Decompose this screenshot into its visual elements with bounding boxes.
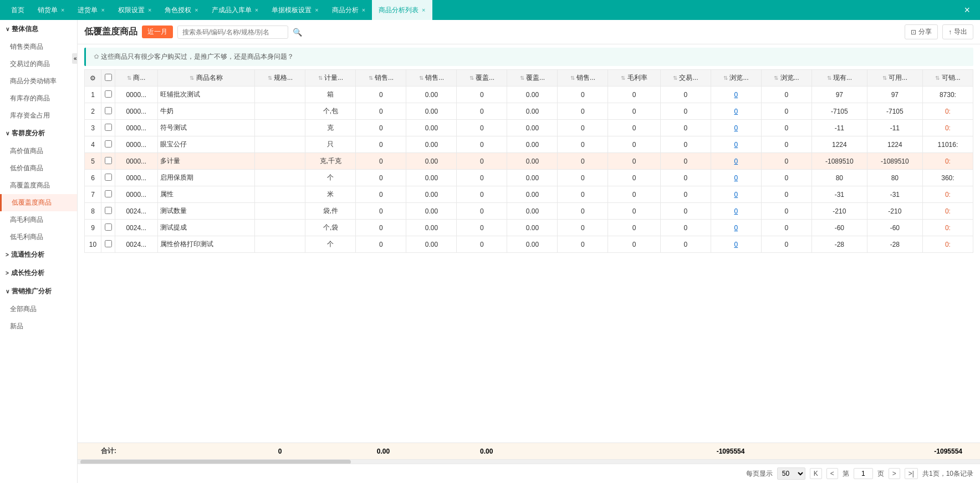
row-browse1[interactable]: 0 bbox=[711, 87, 761, 103]
nav-role-auth[interactable]: 角色授权 × bbox=[158, 0, 205, 20]
row-name[interactable]: 牛奶 bbox=[157, 103, 255, 120]
row-select-checkbox[interactable] bbox=[105, 107, 112, 114]
per-page-select[interactable]: 50 10 20 100 bbox=[777, 467, 805, 480]
close-icon[interactable]: × bbox=[362, 7, 365, 13]
close-icon[interactable]: × bbox=[255, 7, 258, 13]
row-name[interactable]: 多计量 bbox=[157, 153, 255, 170]
export-button[interactable]: ↑ 导出 bbox=[942, 24, 973, 39]
sidebar-item-high-value[interactable]: 高价值商品 bbox=[0, 143, 77, 160]
gross-column-header[interactable]: ⇅ 毛利率 bbox=[608, 70, 660, 87]
row-checkbox[interactable] bbox=[101, 203, 115, 220]
row-browse1[interactable]: 0 bbox=[711, 203, 761, 220]
close-icon[interactable]: × bbox=[61, 7, 64, 13]
last-page-button[interactable]: >| bbox=[905, 468, 918, 479]
row-name[interactable]: 测试提成 bbox=[157, 220, 255, 236]
sales2-column-header[interactable]: ⇅ 销售... bbox=[406, 70, 457, 87]
row-browse1[interactable]: 0 bbox=[711, 220, 761, 236]
close-icon[interactable]: × bbox=[148, 7, 151, 13]
sidebar-section-marketing[interactable]: ∨ 营销推广分析 bbox=[0, 282, 77, 301]
browse1-column-header[interactable]: ⇅ 浏览... bbox=[711, 70, 761, 87]
row-checkbox[interactable] bbox=[101, 120, 115, 136]
close-icon[interactable]: × bbox=[422, 7, 425, 13]
sidebar-item-low-margin[interactable]: 低毛利商品 bbox=[0, 228, 77, 246]
cover2-column-header[interactable]: ⇅ 覆盖... bbox=[507, 70, 558, 87]
row-browse1[interactable]: 0 bbox=[711, 136, 761, 153]
horizontal-scrollbar[interactable] bbox=[78, 459, 980, 464]
code-column-header[interactable]: ⇅ 商... bbox=[115, 70, 158, 87]
row-name[interactable]: 符号测试 bbox=[157, 120, 255, 136]
close-icon[interactable]: × bbox=[315, 7, 318, 13]
sidebar-collapse-button[interactable]: « bbox=[72, 53, 78, 64]
nav-home[interactable]: 首页 bbox=[4, 0, 31, 20]
unit-column-header[interactable]: ⇅ 计量... bbox=[305, 70, 356, 87]
name-column-header[interactable]: ⇅ 商品名称 bbox=[157, 70, 255, 87]
saleable-column-header[interactable]: ⇅ 可销... bbox=[922, 70, 973, 87]
table-wrapper[interactable]: ⚙ ⇅ 商... ⇅ 商品名称 ⇅ 规格... ⇅ 计量... ⇅ 销售... … bbox=[78, 69, 980, 443]
row-name[interactable]: 属性 bbox=[157, 186, 255, 203]
sidebar-section-customer-analysis[interactable]: ∨ 客群度分析 bbox=[0, 124, 77, 143]
stock2-column-header[interactable]: ⇅ 可用... bbox=[867, 70, 922, 87]
row-select-checkbox[interactable] bbox=[105, 240, 112, 247]
row-select-checkbox[interactable] bbox=[105, 207, 112, 214]
sidebar-item-low-value[interactable]: 低价值商品 bbox=[0, 160, 77, 177]
first-page-button[interactable]: K bbox=[810, 468, 822, 479]
sidebar-item-sales-goods[interactable]: 销售类商品 bbox=[0, 38, 77, 55]
nav-product-analysis[interactable]: 商品分析 × bbox=[325, 0, 372, 20]
row-checkbox[interactable] bbox=[101, 186, 115, 203]
stock1-column-header[interactable]: ⇅ 现有... bbox=[811, 70, 867, 87]
nav-template-settings[interactable]: 单据模板设置 × bbox=[265, 0, 325, 20]
search-button[interactable]: 🔍 bbox=[293, 28, 302, 37]
row-checkbox[interactable] bbox=[101, 236, 115, 253]
nav-finished-goods[interactable]: 产成品入库单 × bbox=[205, 0, 265, 20]
nav-sales-order[interactable]: 销货单 × bbox=[31, 0, 71, 20]
page-number-input[interactable] bbox=[854, 468, 873, 479]
row-select-checkbox[interactable] bbox=[105, 124, 112, 131]
browse2-column-header[interactable]: ⇅ 浏览... bbox=[761, 70, 811, 87]
row-browse1[interactable]: 0 bbox=[711, 186, 761, 203]
row-checkbox[interactable] bbox=[101, 153, 115, 170]
row-browse1[interactable]: 0 bbox=[711, 236, 761, 253]
row-select-checkbox[interactable] bbox=[105, 140, 112, 148]
row-select-checkbox[interactable] bbox=[105, 223, 112, 231]
row-select-checkbox[interactable] bbox=[105, 90, 112, 98]
sidebar-item-new-goods[interactable]: 新品 bbox=[0, 318, 77, 335]
sidebar-item-traded-goods[interactable]: 交易过的商品 bbox=[0, 55, 77, 73]
row-name[interactable]: 旺辅批次测试 bbox=[157, 87, 255, 103]
row-checkbox[interactable] bbox=[101, 220, 115, 236]
next-page-button[interactable]: > bbox=[889, 468, 900, 479]
sales3-column-header[interactable]: ⇅ 销售... bbox=[558, 70, 608, 87]
sidebar-item-inventory-funds[interactable]: 库存资金占用 bbox=[0, 107, 77, 124]
select-all-checkbox[interactable] bbox=[105, 74, 112, 81]
close-icon[interactable]: × bbox=[101, 7, 104, 13]
row-browse1[interactable]: 0 bbox=[711, 103, 761, 120]
prev-page-button[interactable]: < bbox=[826, 468, 838, 479]
sidebar-section-growth[interactable]: > 成长性分析 bbox=[0, 264, 77, 282]
period-button[interactable]: 近一月 bbox=[142, 26, 173, 38]
close-icon[interactable]: × bbox=[195, 7, 198, 13]
search-input[interactable] bbox=[177, 26, 288, 39]
sidebar-item-high-coverage[interactable]: 高覆盖度商品 bbox=[0, 177, 77, 194]
row-checkbox[interactable] bbox=[101, 87, 115, 103]
row-browse1[interactable]: 0 bbox=[711, 120, 761, 136]
sidebar-item-all-goods[interactable]: 全部商品 bbox=[0, 301, 77, 318]
sidebar-item-category-rate[interactable]: 商品分类动销率 bbox=[0, 73, 77, 90]
row-checkbox[interactable] bbox=[101, 170, 115, 186]
nav-product-analysis-list[interactable]: 商品分析列表 × bbox=[372, 0, 432, 20]
cover1-column-header[interactable]: ⇅ 覆盖... bbox=[457, 70, 507, 87]
row-name[interactable]: 属性价格打印测试 bbox=[157, 236, 255, 253]
sidebar-section-liquidity[interactable]: > 流通性分析 bbox=[0, 246, 77, 264]
row-browse1[interactable]: 0 bbox=[711, 153, 761, 170]
sidebar-section-overall[interactable]: ∨ 整体信息 bbox=[0, 20, 77, 38]
settings-column-header[interactable]: ⚙ bbox=[85, 70, 101, 87]
row-checkbox[interactable] bbox=[101, 136, 115, 153]
row-select-checkbox[interactable] bbox=[105, 174, 112, 181]
sidebar-item-low-coverage[interactable]: 低覆盖度商品 bbox=[0, 194, 77, 211]
row-name[interactable]: 启用保质期 bbox=[157, 170, 255, 186]
checkbox-column-header[interactable] bbox=[101, 70, 115, 87]
row-name[interactable]: 测试数量 bbox=[157, 203, 255, 220]
trade-column-header[interactable]: ⇅ 交易... bbox=[660, 70, 711, 87]
row-checkbox[interactable] bbox=[101, 103, 115, 120]
nav-permission-settings[interactable]: 权限设置 × bbox=[111, 0, 158, 20]
row-name[interactable]: 眼宝公仔 bbox=[157, 136, 255, 153]
row-select-checkbox[interactable] bbox=[105, 190, 112, 197]
